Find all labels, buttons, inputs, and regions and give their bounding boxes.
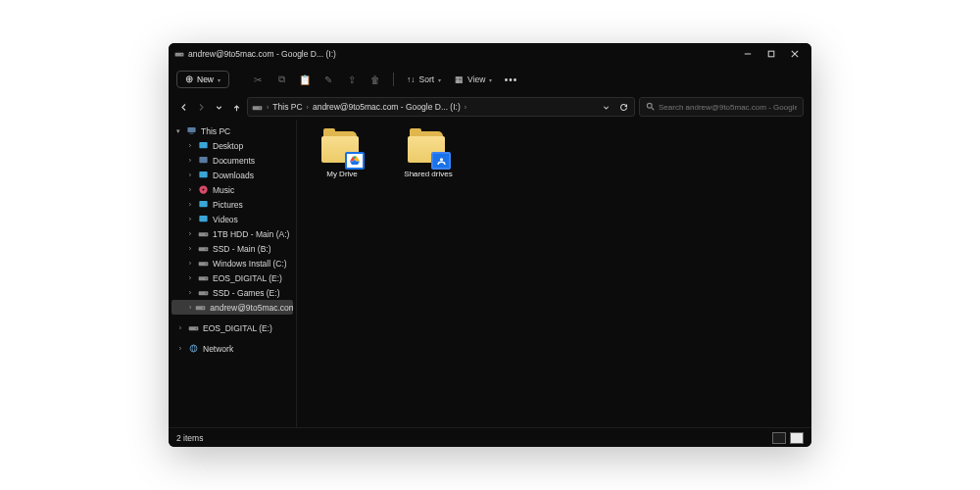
window-title: andrew@9to5mac.com - Google D... (I:) — [188, 49, 743, 59]
chevron-right-icon: › — [186, 216, 194, 222]
svg-point-23 — [206, 249, 207, 250]
sidebar-label: Network — [203, 344, 233, 354]
drive-icon — [198, 228, 209, 239]
copy-icon[interactable]: ⧉ — [272, 71, 290, 88]
sidebar-item[interactable]: ›Downloads — [169, 168, 296, 182]
content-pane[interactable]: My DriveShared drives — [296, 120, 811, 427]
svg-point-31 — [203, 308, 204, 309]
drive-icon — [198, 243, 209, 254]
svg-rect-15 — [199, 172, 207, 177]
toolbar: ⊕ New ▾ ✂ ⧉ 📋 ✎ ⇪ 🗑 ↑↓ Sort ▾ ▦ View ▾ •… — [169, 65, 811, 94]
recent-chevron-down-icon[interactable] — [212, 100, 225, 114]
sidebar-item[interactable]: ›SSD - Games (E:) — [169, 285, 296, 300]
icons-view-button[interactable] — [790, 432, 804, 444]
drive-icon — [174, 49, 184, 59]
sort-icon: ↑↓ — [407, 74, 416, 84]
svg-point-27 — [206, 278, 207, 279]
svg-rect-12 — [189, 133, 193, 134]
folder-item[interactable]: Shared drives — [397, 131, 460, 178]
sidebar-item[interactable]: ›EOS_DIGITAL (E:) — [169, 270, 296, 285]
chevron-right-icon: › — [186, 142, 194, 149]
shared-badge-icon — [431, 152, 451, 170]
sort-label: Sort — [419, 74, 435, 84]
search-icon — [646, 102, 655, 113]
view-icon: ▦ — [455, 74, 464, 84]
svg-rect-11 — [187, 127, 195, 132]
maximize-button[interactable] — [766, 49, 776, 59]
chevron-right-icon: › — [267, 104, 269, 111]
sidebar-label: This PC — [201, 126, 230, 136]
sidebar-item[interactable]: ›Music — [169, 182, 296, 197]
refresh-button[interactable] — [616, 103, 630, 112]
breadcrumb[interactable]: ›andrew@9to5mac.com - Google D... (I:) — [307, 102, 461, 112]
chevron-right-icon: › — [307, 104, 309, 111]
chevron-right-icon: › — [176, 345, 184, 352]
share-icon[interactable]: ⇪ — [343, 71, 361, 88]
chevron-down-icon: ▾ — [438, 76, 441, 83]
sidebar-root-this-pc[interactable]: ▾ This PC — [169, 123, 296, 138]
sidebar-network[interactable]: › Network — [169, 341, 296, 356]
sidebar-item[interactable]: ›Pictures — [169, 197, 296, 212]
search-box[interactable] — [639, 97, 804, 117]
chevron-right-icon: › — [176, 324, 184, 331]
drive-icon — [195, 302, 206, 313]
sidebar-item[interactable]: ›Documents — [169, 153, 296, 168]
sidebar-item[interactable]: ›EOS_DIGITAL (E:) — [169, 320, 296, 335]
folder-label: Shared drives — [404, 170, 452, 178]
rename-icon[interactable]: ✎ — [319, 71, 337, 88]
new-button[interactable]: ⊕ New ▾ — [176, 71, 229, 88]
addr-chevron-down-icon[interactable] — [599, 103, 612, 112]
drive-badge-icon — [345, 152, 365, 170]
delete-icon[interactable]: 🗑 — [367, 71, 384, 88]
search-input[interactable] — [659, 103, 797, 112]
forward-button[interactable] — [194, 100, 208, 114]
close-button[interactable] — [790, 49, 800, 59]
view-button[interactable]: ▦ View ▾ — [451, 74, 496, 84]
sidebar-label: 1TB HDD - Main (A:) — [213, 229, 289, 239]
chevron-right-icon: › — [186, 260, 194, 267]
sidebar-item[interactable]: ›Desktop — [169, 138, 296, 153]
sidebar-item[interactable]: ›SSD - Main (B:) — [169, 241, 296, 256]
navigation-row: ›This PC ›andrew@9to5mac.com - Google D.… — [169, 94, 811, 120]
folder-label: My Drive — [326, 170, 358, 178]
sort-button[interactable]: ↑↓ Sort ▾ — [403, 74, 445, 84]
breadcrumb[interactable]: ›This PC — [267, 102, 303, 112]
sidebar-item[interactable]: ›andrew@9to5mac.com — [172, 300, 293, 315]
svg-point-34 — [190, 345, 197, 352]
up-button[interactable] — [229, 100, 243, 114]
svg-line-10 — [652, 108, 654, 110]
sidebar-label: Desktop — [213, 141, 243, 151]
sidebar-label: SSD - Games (E:) — [213, 288, 279, 298]
svg-point-8 — [260, 107, 261, 108]
sidebar-item[interactable]: ›1TB HDD - Main (A:) — [169, 226, 296, 241]
view-label: View — [467, 74, 485, 84]
sidebar-label: Pictures — [213, 200, 243, 210]
paste-icon[interactable]: 📋 — [296, 71, 314, 88]
back-button[interactable] — [176, 100, 190, 114]
minimize-button[interactable] — [743, 49, 753, 59]
sidebar-item[interactable]: ›Windows Install (C:) — [169, 256, 296, 270]
svg-point-29 — [206, 293, 207, 294]
cut-icon[interactable]: ✂ — [249, 71, 267, 88]
breadcrumb-tail: › — [465, 104, 466, 111]
sidebar-item[interactable]: ›Videos — [169, 212, 296, 226]
desktop-icon — [198, 140, 209, 151]
more-button[interactable]: ••• — [502, 71, 519, 88]
sidebar-label: andrew@9to5mac.com — [210, 303, 293, 313]
svg-point-25 — [206, 264, 207, 265]
chevron-right-icon: › — [186, 274, 194, 281]
folder-icon — [321, 131, 363, 167]
sidebar-label: SSD - Main (B:) — [213, 244, 271, 254]
chevron-right-icon: › — [189, 304, 191, 311]
address-bar[interactable]: ›This PC ›andrew@9to5mac.com - Google D.… — [247, 97, 635, 117]
window-controls — [743, 49, 806, 59]
documents-icon — [198, 155, 209, 166]
svg-point-33 — [196, 328, 197, 329]
sidebar-label: EOS_DIGITAL (E:) — [213, 273, 282, 283]
chevron-down-icon: ▾ — [218, 76, 220, 83]
music-icon — [198, 184, 209, 195]
chevron-down-icon: ▾ — [489, 76, 492, 83]
details-view-button[interactable] — [772, 432, 786, 444]
folder-item[interactable]: My Drive — [311, 131, 373, 178]
downloads-icon — [198, 170, 209, 180]
